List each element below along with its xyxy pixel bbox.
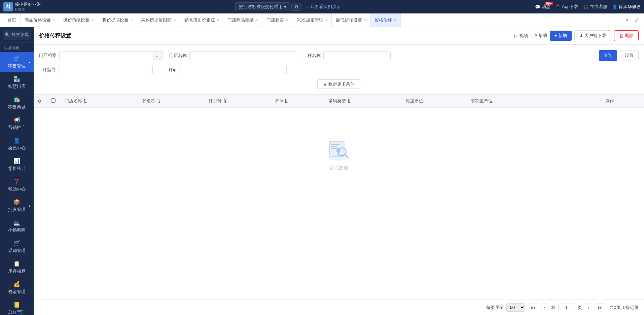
user-menu[interactable]: 👤 徐泽华修改 [612, 4, 641, 10]
table-header: ⚙ 门店名称 ⇅ 秤名称 [34, 95, 644, 108]
select-all-checkbox[interactable] [51, 98, 56, 103]
page-number-input[interactable] [558, 304, 575, 311]
sidebar-item-inventory[interactable]: 📋 库存核算 [0, 257, 34, 278]
demo-icon: ○ [306, 4, 309, 9]
sidebar-item-smart-store[interactable]: 🏪 智慧门店 [0, 72, 34, 93]
add-button[interactable]: + 新增 [550, 31, 572, 41]
prev-page-button[interactable]: ‹ [541, 304, 548, 311]
form-row-2: 秤型号 秤ip [39, 65, 639, 74]
th-settings[interactable]: ⚙ [34, 95, 47, 108]
store-name-label: 门店名称 [169, 53, 187, 59]
store-name-input[interactable] [189, 51, 297, 60]
sidebar-item-member-center[interactable]: 👤 会员中心 [0, 134, 34, 154]
sidebar-item-wholesale-manage[interactable]: 📦 批发管理 [0, 196, 34, 216]
online-service-button[interactable]: 🎧 在线客服 [583, 4, 607, 10]
svg-point-7 [339, 149, 345, 155]
page-actions: ▷ 视频 | ? 帮助 + 新增 ⬇ 客户端下载 🗑 删除 [514, 30, 639, 41]
tab-home[interactable]: 首页 [3, 13, 21, 27]
sidebar-item-general-ledger[interactable]: 📒 总账管理 [0, 298, 34, 315]
help-link[interactable]: ? 帮助 [535, 33, 547, 39]
tab-close-icon[interactable]: × [131, 18, 133, 22]
form-item-store-name: 门店名称 [169, 51, 297, 60]
sidebar-item-small-ecommerce[interactable]: 💻 小畅电商 [0, 216, 34, 237]
th-non-weight-unit: 非称重单位 [467, 95, 601, 108]
table-settings-icon[interactable]: ⚙ [38, 99, 42, 104]
tab-min-discount[interactable]: 最低折扣设置 × [332, 13, 370, 27]
demo-link[interactable]: ○ 我要看实例演示 [306, 4, 341, 10]
tab-price-scale[interactable]: 价格传秤 × [370, 13, 400, 27]
sidebar-item-retail-manage[interactable]: 🛒 零售管理 [0, 52, 34, 72]
query-button[interactable]: 查询 [599, 50, 617, 61]
tab-bar: 首页 商品价格设置 × 进价策略设置 × 售价提取设置 × 采购历史价跟踪 × … [0, 13, 644, 27]
sidebar-item-retail-mall[interactable]: 🛍️ 零售商城 [0, 93, 34, 113]
form-row-1: 门店档案 ... 门店名称 秤名称 查询 [39, 50, 639, 61]
tab-sale-extract[interactable]: 售价提取设置 × [98, 13, 137, 27]
search-menu-button[interactable]: 🔍 搜索菜单 [3, 30, 31, 40]
set-button[interactable]: 设置 [620, 50, 639, 61]
scale-model-input[interactable] [59, 65, 153, 74]
top-bar: 财 畅捷通好业财 标准版 好业财标准版交付试用 ▾ ⚙ ○ 我要看实例演示 💬 … [0, 0, 644, 13]
sidebar-item-finance[interactable]: 💰 资金管理 [0, 278, 34, 298]
collapse-row: ▲ 收起更多条件 [39, 78, 639, 89]
main-layout: 🔍 搜索菜单 快捷导航 🛒 零售管理 🏪 智慧门店 🛍️ 零售商城 📢 营销推广… [0, 27, 644, 315]
th-store-name[interactable]: 门店名称 ⇅ [61, 95, 138, 108]
tab-store-profile[interactable]: 门店档案 × [262, 13, 292, 27]
th-checkbox[interactable] [47, 95, 61, 108]
tab-close-icon[interactable]: × [174, 18, 176, 22]
th-scale-ip[interactable]: 秤ip ⇅ [271, 95, 324, 108]
help-icon: ? [535, 33, 537, 38]
per-page-select[interactable]: 50 10 20 100 [506, 303, 525, 312]
scale-ip-input[interactable] [179, 65, 287, 74]
tab-close-icon[interactable]: × [394, 18, 396, 22]
delete-button[interactable]: 🗑 删除 [614, 30, 639, 41]
data-table: ⚙ 门店名称 ⇅ 秤名称 [34, 95, 644, 198]
user-name: 徐泽华修改 [619, 4, 641, 10]
table-body: 暂无数据 [34, 108, 644, 198]
app-title: 畅捷通好业财 标准版 [15, 2, 41, 12]
tab-sale-history[interactable]: 销售历史价跟踪 × [180, 13, 223, 27]
form-item-scale-ip: 秤ip [159, 65, 287, 74]
next-page-button[interactable]: › [585, 304, 592, 311]
tab-close-icon[interactable]: × [256, 18, 258, 22]
app-download-button[interactable]: 📱 App下载 [555, 4, 578, 10]
inventory-icon: 📋 [13, 260, 20, 267]
sidebar-item-retail-stats[interactable]: 📊 零售统计 [0, 154, 34, 175]
svg-point-9 [336, 149, 341, 153]
video-link[interactable]: ▷ 视频 [514, 33, 528, 39]
finance-icon: 💰 [13, 281, 20, 287]
tab-purchase-strategy[interactable]: 进价策略设置 × [59, 13, 98, 27]
tab-close-icon[interactable]: × [286, 18, 288, 22]
th-barcode-type[interactable]: 条码类型 ⇅ [324, 95, 402, 108]
delete-icon: 🗑 [619, 33, 623, 38]
collapse-button[interactable]: ▲ 收起更多条件 [317, 79, 360, 89]
page-prefix-label: 算 [551, 305, 556, 311]
general-ledger-icon: 📒 [13, 302, 20, 308]
sort-icon: ⇅ [83, 99, 87, 104]
store-profile-browse-button[interactable]: ... [153, 51, 163, 60]
per-page-label: 每页显示 [486, 305, 504, 311]
store-profile-input[interactable] [59, 51, 153, 60]
message-button[interactable]: 💬 消息 99+ [535, 4, 550, 10]
th-scale-name[interactable]: 秤名称 ⇅ [138, 95, 205, 108]
first-page-button[interactable]: ⏮ [528, 304, 538, 311]
tab-close-icon[interactable]: × [92, 18, 94, 22]
sidebar-item-marketing[interactable]: 📢 营销推广 [0, 113, 34, 134]
last-page-button[interactable]: ⏭ [595, 304, 605, 311]
download-client-button[interactable]: ⬇ 客户端下载 [574, 30, 611, 41]
tab-close-icon[interactable]: × [364, 18, 366, 22]
sidebar-item-help-center[interactable]: ❓ 帮助中心 [0, 175, 34, 196]
tab-price-setting[interactable]: 商品价格设置 × [21, 13, 59, 27]
tab-close-icon[interactable]: × [325, 18, 327, 22]
sidebar-item-purchase-manage[interactable]: 🛒 采购管理 [0, 237, 34, 257]
tab-expand-button[interactable]: ⤢ [632, 15, 641, 25]
tab-store-catalog[interactable]: 门店商品目录 × [223, 13, 262, 27]
scale-name-input[interactable] [323, 51, 391, 60]
tab-close-icon[interactable]: × [53, 18, 55, 22]
th-scale-model[interactable]: 秤型号 ⇅ [205, 95, 271, 108]
tab-close-icon[interactable]: × [217, 18, 219, 22]
version-selector[interactable]: 好业财标准版交付试用 ▾ [235, 2, 290, 11]
tab-purchase-history[interactable]: 采购历史价跟踪 × [137, 13, 180, 27]
tab-pos-manage[interactable]: POS加密管理 × [292, 13, 332, 27]
tab-close-all-button[interactable]: × [623, 16, 632, 25]
topbar-settings-button[interactable]: ⚙ [291, 3, 301, 11]
